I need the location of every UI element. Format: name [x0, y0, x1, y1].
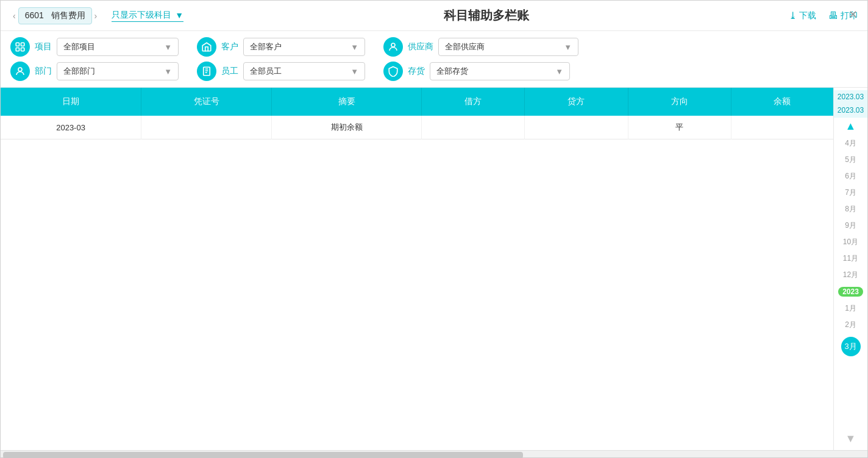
inventory-filter: 存货 全部存货 ▼ — [383, 62, 570, 81]
customer-arrow-icon: ▼ — [350, 43, 358, 52]
col-direction: 方向 — [628, 88, 731, 116]
inventory-icon — [383, 62, 403, 81]
department-arrow-icon: ▼ — [164, 67, 172, 76]
employee-filter: 员工 全部员工 ▼ — [197, 62, 365, 81]
sidebar-month-item[interactable]: 7月 — [834, 185, 867, 201]
top-actions: ⤓ 下载 🖶 打印 — [789, 10, 858, 21]
project-label: 项目 — [35, 41, 52, 52]
project-icon — [10, 37, 30, 57]
cell-direction: 平 — [628, 116, 731, 139]
table-row: 2023-03期初余额平 — [1, 116, 833, 139]
close-btn[interactable]: ✕ — [848, 8, 858, 21]
svg-rect-1 — [21, 43, 24, 46]
bottom-scrollbar[interactable] — [1, 450, 867, 457]
department-select[interactable]: 全部部门 ▼ — [57, 62, 179, 80]
project-select[interactable]: 全部项目 ▼ — [57, 38, 179, 56]
sidebar-year-badge[interactable]: 2023 — [834, 283, 867, 300]
account-label: 6601 销售费用 — [18, 7, 92, 24]
employee-icon — [197, 62, 216, 81]
svg-point-5 — [18, 68, 22, 71]
show-sub-arrow-icon: ▼ — [175, 10, 183, 20]
department-label: 部门 — [35, 66, 52, 77]
prev-account-btn[interactable]: ‹ — [10, 10, 18, 22]
svg-rect-2 — [16, 48, 19, 51]
supplier-value: 全部供应商 — [445, 41, 485, 52]
show-sub-label: 只显示下级科目 — [112, 10, 171, 21]
download-label: 下载 — [799, 10, 816, 21]
sidebar-scroll-down-btn[interactable]: ▼ — [834, 430, 867, 448]
account-name: 销售费用 — [51, 10, 85, 20]
sidebar-month-item[interactable]: 9月 — [834, 217, 867, 234]
sidebar-month-item[interactable]: 2月 — [834, 317, 867, 333]
supplier-select[interactable]: 全部供应商 ▼ — [438, 38, 578, 56]
filter-row-2: 部门 全部部门 ▼ 员工 全部员工 ▼ — [10, 62, 858, 81]
project-value: 全部项目 — [63, 41, 95, 52]
svg-rect-3 — [21, 48, 24, 51]
sidebar-selected-1[interactable]: 2023.03 — [834, 90, 867, 104]
table-container: 日期 凭证号 摘要 借方 贷方 方向 余额 2023-03期初余额平 — [1, 88, 833, 450]
project-arrow-icon: ▼ — [164, 43, 172, 52]
sidebar-month-item[interactable]: 1月 — [834, 300, 867, 317]
sidebar-selected-2[interactable]: 2023.03 — [834, 104, 867, 118]
next-account-btn[interactable]: › — [92, 10, 100, 22]
sidebar-scroll-up-btn[interactable]: ▲ — [834, 118, 867, 135]
cell-debit — [422, 116, 525, 139]
employee-select[interactable]: 全部员工 ▼ — [243, 62, 365, 80]
year-tag: 2023 — [838, 287, 863, 297]
col-date: 日期 — [1, 88, 141, 116]
sidebar-month-item[interactable]: 8月 — [834, 201, 867, 217]
inventory-select[interactable]: 全部存货 ▼ — [430, 62, 570, 80]
inventory-label: 存货 — [408, 66, 425, 77]
col-balance: 余额 — [731, 88, 833, 116]
page-title: 科目辅助多栏账 — [183, 7, 789, 24]
filter-area: 项目 全部项目 ▼ 客户 全部客户 ▼ — [1, 31, 867, 88]
sidebar-month-item[interactable]: 4月 — [834, 135, 867, 152]
sidebar-active-month[interactable]: 3月 — [834, 333, 867, 360]
cell-summary: 期初余额 — [272, 116, 422, 139]
project-filter: 项目 全部项目 ▼ — [10, 37, 179, 57]
main-window: ‹ 6601 销售费用 › 只显示下级科目 ▼ 科目辅助多栏账 ⤓ 下载 🖶 打… — [0, 0, 868, 458]
cell-voucher — [141, 116, 272, 139]
inventory-arrow-icon: ▼ — [555, 67, 563, 76]
customer-filter: 客户 全部客户 ▼ — [197, 37, 365, 57]
cell-credit — [525, 116, 628, 139]
sidebar-month-item[interactable]: 10月 — [834, 234, 867, 250]
employee-arrow-icon: ▼ — [350, 67, 358, 76]
svg-rect-0 — [16, 43, 19, 46]
sidebar-month-item[interactable]: 5月 — [834, 152, 867, 168]
cell-balance — [731, 116, 833, 139]
col-debit: 借方 — [422, 88, 525, 116]
customer-label: 客户 — [221, 41, 238, 52]
filter-row-1: 项目 全部项目 ▼ 客户 全部客户 ▼ — [10, 37, 858, 57]
data-table: 日期 凭证号 摘要 借方 贷方 方向 余额 2023-03期初余额平 — [1, 88, 833, 139]
cell-date: 2023-03 — [1, 116, 141, 139]
department-value: 全部部门 — [63, 66, 95, 77]
customer-select[interactable]: 全部客户 ▼ — [243, 38, 365, 56]
sidebar-month-item[interactable]: 12月 — [834, 267, 867, 283]
right-sidebar: 2023.03 2023.03 ▲ 4月5月6月7月8月9月10月11月12月2… — [833, 88, 867, 450]
employee-label: 员工 — [221, 66, 238, 77]
supplier-label: 供应商 — [408, 41, 433, 52]
customer-icon — [197, 37, 216, 57]
col-voucher: 凭证号 — [141, 88, 272, 116]
account-code: 6601 — [25, 10, 44, 20]
active-month-circle: 3月 — [841, 337, 861, 356]
col-summary: 摘要 — [272, 88, 422, 116]
sidebar-month-item[interactable]: 6月 — [834, 168, 867, 185]
department-filter: 部门 全部部门 ▼ — [10, 62, 179, 81]
timeline-items: 4月5月6月7月8月9月10月11月12月20231月2月3月 — [834, 135, 867, 430]
show-sub-toggle[interactable]: 只显示下级科目 ▼ — [112, 10, 183, 22]
col-credit: 贷方 — [525, 88, 628, 116]
supplier-arrow-icon: ▼ — [564, 43, 572, 52]
customer-value: 全部客户 — [250, 41, 282, 52]
employee-value: 全部员工 — [250, 66, 282, 77]
svg-point-4 — [391, 43, 395, 47]
print-icon: 🖶 — [828, 10, 838, 21]
department-icon — [10, 62, 30, 81]
supplier-filter: 供应商 全部供应商 ▼ — [383, 37, 578, 57]
download-btn[interactable]: ⤓ 下载 — [789, 10, 816, 21]
download-icon: ⤓ — [789, 10, 797, 21]
inventory-value: 全部存货 — [436, 66, 468, 77]
supplier-icon — [383, 37, 403, 57]
sidebar-month-item[interactable]: 11月 — [834, 250, 867, 267]
